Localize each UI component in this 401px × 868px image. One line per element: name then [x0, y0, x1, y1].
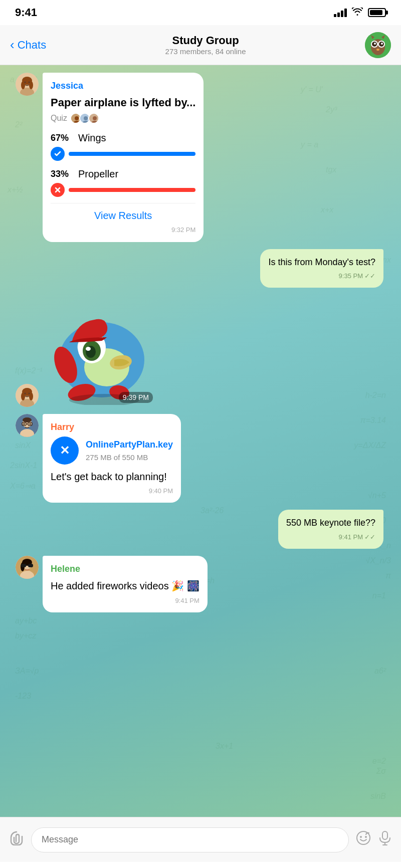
svg-point-51: [23, 417, 32, 422]
svg-point-68: [365, 836, 367, 838]
file-name: OnlinePartyPlan.key: [86, 439, 173, 451]
back-label: Chats: [18, 39, 46, 52]
input-bar: [0, 817, 401, 862]
poll-option-1: 67% Wings: [51, 131, 195, 161]
message-time: 9:35 PM ✓✓: [268, 272, 375, 281]
sender-name: Jessica: [51, 80, 195, 92]
text-bubble: Helene He added fireworks videos 🎉 🎆 9:4…: [43, 556, 208, 612]
file-download-icon[interactable]: ✕: [51, 437, 79, 465]
view-results-button[interactable]: View Results: [51, 203, 195, 223]
svg-point-23: [84, 116, 88, 120]
svg-point-18: [29, 82, 30, 83]
back-button[interactable]: ‹ Chats: [10, 37, 46, 53]
battery-icon: [368, 8, 386, 17]
message-row: Helene He added fireworks videos 🎉 🎆 9:4…: [8, 556, 393, 612]
message-row: Is this from Monday's test? 9:35 PM ✓✓: [8, 249, 393, 288]
sticker-time: 9:39 PM: [119, 392, 153, 403]
message-row: 9:39 PM: [8, 295, 393, 407]
chat-area: a_n = 0 y' = U' 2y³ 2² y = a tgx x+½ x+x…: [0, 65, 401, 817]
home-indicator: [0, 862, 401, 868]
svg-point-35: [29, 392, 30, 394]
chat-title: Study Group: [46, 34, 365, 47]
svg-point-20: [75, 116, 79, 120]
svg-point-8: [376, 49, 379, 51]
poll-option-2: 33% Propeller: [51, 167, 195, 197]
sticker-image: [47, 295, 157, 405]
file-size: 275 MB of 550 MB: [86, 452, 173, 463]
message-text: 550 MB keynote file??: [286, 518, 375, 528]
svg-point-67: [360, 836, 362, 838]
microphone-button[interactable]: [378, 830, 392, 849]
message-input[interactable]: [31, 827, 349, 852]
svg-point-66: [357, 831, 370, 844]
text-bubble: Is this from Monday's test? 9:35 PM ✓✓: [260, 249, 383, 288]
message-time: 9:41 PM: [51, 596, 199, 605]
nav-bar: ‹ Chats Study Group 273 members, 84 onli…: [0, 25, 401, 65]
poll-question: Paper airplane is lyfted by...: [51, 95, 195, 111]
svg-rect-69: [382, 831, 387, 839]
quiz-label: Quiz: [51, 113, 195, 124]
message-text: He added fireworks videos 🎉 🎆: [51, 578, 199, 593]
avatar: [16, 384, 39, 407]
chevron-left-icon: ‹: [10, 37, 15, 53]
correct-icon: [51, 147, 65, 161]
message-text: Is this from Monday's test?: [268, 257, 375, 267]
avatar: [16, 414, 39, 437]
read-receipts: ✓✓: [364, 272, 375, 281]
poll-bubble: Jessica Paper airplane is lyfted by... Q…: [43, 73, 204, 242]
nav-center: Study Group 273 members, 84 online: [46, 34, 365, 56]
svg-point-65: [26, 571, 32, 576]
message-row: Harry ✕ OnlinePartyPlan.key 275 MB of 55…: [8, 414, 393, 503]
chat-subtitle: 273 members, 84 online: [46, 47, 365, 56]
file-attachment: ✕ OnlinePartyPlan.key 275 MB of 550 MB: [51, 437, 173, 465]
avatar: [16, 556, 39, 579]
status-bar: 9:41: [0, 0, 401, 25]
message-row: Jessica Paper airplane is lyfted by... Q…: [8, 73, 393, 242]
wrong-icon: [51, 183, 65, 197]
status-time: 9:41: [15, 6, 37, 19]
message-row: 550 MB keynote file?? 9:41 PM ✓✓: [8, 510, 393, 548]
avatar: [16, 73, 39, 96]
file-bubble: Harry ✕ OnlinePartyPlan.key 275 MB of 55…: [43, 414, 181, 503]
message-time: 9:40 PM: [51, 487, 173, 496]
sender-name: Harry: [51, 421, 173, 433]
message-text: Let's get back to planning!: [51, 470, 173, 484]
svg-point-42: [86, 347, 91, 351]
status-icons: [334, 8, 386, 18]
message-time: 9:32 PM: [51, 226, 195, 235]
text-bubble: 550 MB keynote file?? 9:41 PM ✓✓: [278, 510, 383, 548]
attach-button[interactable]: [9, 830, 24, 849]
svg-point-7: [381, 43, 383, 45]
svg-point-26: [93, 116, 97, 120]
svg-rect-63: [28, 564, 33, 567]
wifi-icon: [352, 8, 363, 18]
file-info: OnlinePartyPlan.key 275 MB of 550 MB: [86, 439, 173, 463]
signal-icon: [334, 9, 347, 17]
svg-point-56: [30, 423, 31, 424]
sticker-container: 9:39 PM: [47, 295, 157, 407]
sticker-button[interactable]: [356, 830, 371, 849]
svg-point-17: [25, 82, 26, 83]
read-receipts: ✓✓: [364, 533, 375, 542]
svg-rect-62: [21, 564, 26, 567]
svg-point-55: [24, 423, 25, 424]
group-avatar[interactable]: [365, 32, 391, 58]
sender-name: Helene: [51, 563, 199, 575]
svg-point-6: [374, 43, 376, 45]
message-time: 9:41 PM ✓✓: [286, 533, 375, 542]
svg-point-34: [25, 392, 26, 394]
